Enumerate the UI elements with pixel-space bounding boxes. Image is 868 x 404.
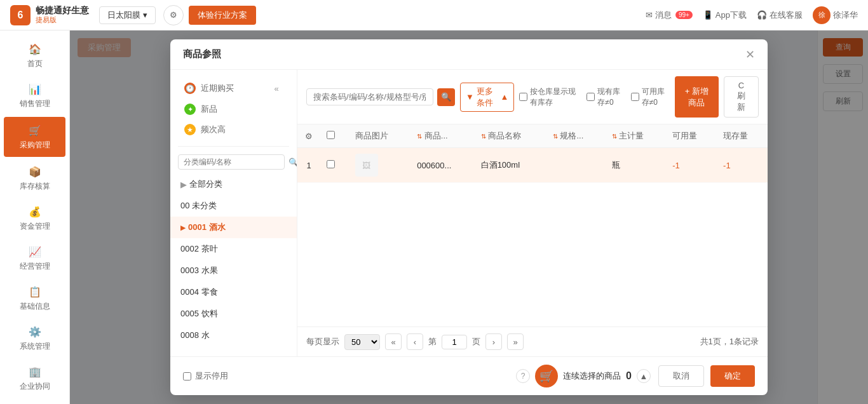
chevron-down-icon: ▾ bbox=[143, 10, 147, 20]
arrow-icon-0001: ▶ bbox=[180, 224, 186, 231]
logo-text: 畅捷通好生意 bbox=[36, 5, 89, 16]
sidebar-item-enterprise[interactable]: 🏢 企业协同 bbox=[0, 358, 69, 398]
last-page-btn[interactable]: » bbox=[507, 333, 524, 350]
sidebar-item-newbie[interactable]: 🎯 新手引导 bbox=[0, 398, 69, 404]
cat-item-all[interactable]: ▶ 全部分类 bbox=[170, 173, 297, 195]
cat-item-0008[interactable]: 0008 水 bbox=[170, 325, 297, 346]
next-page-btn[interactable]: › bbox=[485, 333, 502, 350]
top-navigation: 6 畅捷通好生意 捷易版 日太阳膜 ▾ ⚙ 体验行业方案 ✉ 消息 99+ 📱 … bbox=[0, 0, 868, 30]
th-unit[interactable]: ⇅ 主计量 bbox=[606, 125, 667, 148]
cell-name: 白酒100ml bbox=[475, 148, 546, 183]
checkbox-stock-neq0[interactable]: 现有库存≠0 bbox=[587, 86, 625, 108]
cell-code: 000600... bbox=[410, 148, 474, 183]
more-filter-btn[interactable]: ▼ 更多条件 ▲ bbox=[460, 83, 514, 112]
quick-items: 🕐 近期购买 « ✦ 新品 ★ 频次高 bbox=[170, 75, 297, 142]
main-layout: 🏠 首页 📊 销售管理 🛒 采购管理 📦 库存核算 💰 资金管理 📈 经营管理 … bbox=[0, 30, 868, 404]
message-icon: ✉ bbox=[646, 10, 653, 20]
select-all-checkbox[interactable] bbox=[327, 131, 335, 139]
online-service-btn[interactable]: 🎧 在线客服 bbox=[757, 10, 803, 21]
cell-checkbox[interactable] bbox=[320, 148, 349, 183]
phone-icon: 📱 bbox=[703, 10, 713, 20]
home-icon: 🏠 bbox=[28, 42, 42, 56]
first-page-btn[interactable]: « bbox=[385, 333, 402, 350]
th-spec[interactable]: ⇅ 规格... bbox=[546, 125, 606, 148]
cat-item-0001[interactable]: ▶ 0001 酒水 bbox=[170, 217, 297, 238]
row-checkbox[interactable] bbox=[327, 160, 335, 168]
table-row[interactable]: 1 🖼 000600... 白酒100ml bbox=[297, 148, 768, 183]
app-download-btn[interactable]: 📱 App下载 bbox=[703, 10, 747, 21]
user-area[interactable]: 徐 徐泽华 bbox=[813, 6, 858, 24]
show-disabled-checkbox[interactable]: 显示停用 bbox=[183, 370, 228, 382]
sidebar-item-purchase[interactable]: 🛒 采购管理 bbox=[4, 117, 65, 157]
cat-item-0003[interactable]: 0003 水果 bbox=[170, 260, 297, 281]
quick-recent[interactable]: 🕐 近期购买 « bbox=[178, 77, 289, 99]
sidebar-item-finance[interactable]: 💰 资金管理 bbox=[0, 198, 69, 238]
product-search-btn[interactable]: 🔍 bbox=[437, 88, 455, 106]
cart-collapse-btn[interactable]: ▲ bbox=[637, 369, 651, 383]
modal-close-btn[interactable]: ✕ bbox=[745, 49, 755, 60]
category-search: 🔍 bbox=[170, 151, 297, 173]
footer-actions: 取消 确定 bbox=[658, 365, 755, 387]
cancel-btn[interactable]: 取消 bbox=[658, 365, 704, 387]
search-icon: 🔍 bbox=[441, 92, 451, 102]
quick-new[interactable]: ✦ 新品 bbox=[178, 99, 289, 119]
cat-item-00[interactable]: 00 未分类 bbox=[170, 195, 297, 217]
sales-icon: 📊 bbox=[28, 82, 42, 96]
sidebar-item-sales[interactable]: 📊 销售管理 bbox=[0, 76, 69, 116]
cat-item-0010[interactable]: 0010 家电 bbox=[170, 346, 297, 351]
quick-frequent[interactable]: ★ 频次高 bbox=[178, 119, 289, 140]
th-settings[interactable]: ⚙ bbox=[297, 125, 320, 148]
category-search-input[interactable] bbox=[178, 154, 285, 170]
product-image: 🖼 bbox=[355, 154, 378, 177]
page-label: 第 bbox=[428, 336, 437, 347]
cart-btn[interactable]: 🛒 bbox=[535, 365, 558, 387]
per-page-select[interactable]: 50 100 200 bbox=[344, 334, 380, 350]
pagination-bar: 每页显示 50 100 200 « ‹ 第 页 › bbox=[297, 327, 768, 356]
inventory-icon: 📦 bbox=[28, 165, 42, 178]
settings-icon[interactable]: ⚙ bbox=[163, 5, 184, 25]
th-checkbox[interactable] bbox=[320, 125, 349, 148]
message-btn[interactable]: ✉ 消息 99+ bbox=[646, 10, 693, 21]
image-placeholder-icon: 🖼 bbox=[362, 161, 370, 170]
base-icon: 📋 bbox=[28, 285, 42, 299]
sidebar-item-operation[interactable]: 📈 经营管理 bbox=[0, 238, 69, 278]
help-icon[interactable]: ? bbox=[516, 369, 530, 383]
checkbox-available-neq0[interactable]: 可用库存≠0 bbox=[631, 86, 670, 108]
finance-icon: 💰 bbox=[28, 205, 42, 219]
sidebar-item-base[interactable]: 📋 基础信息 bbox=[0, 278, 69, 318]
cart-label: 连续选择的商品 bbox=[563, 370, 621, 382]
page-input[interactable] bbox=[442, 335, 467, 349]
th-code[interactable]: ⇅ 商品... bbox=[410, 125, 474, 148]
message-badge: 99+ bbox=[675, 11, 693, 19]
avatar: 徐 bbox=[813, 6, 831, 24]
refresh-btn[interactable]: C 刷新 bbox=[724, 76, 759, 118]
product-search-input[interactable] bbox=[306, 88, 433, 105]
checkbox-available-neq0-input[interactable] bbox=[631, 93, 639, 101]
sidebar-item-inventory[interactable]: 📦 库存核算 bbox=[0, 158, 69, 198]
left-panel: 🕐 近期购买 « ✦ 新品 ★ 频次高 bbox=[170, 70, 297, 356]
sort-icon-code: ⇅ bbox=[417, 133, 422, 140]
cat-item-0004[interactable]: 0004 零食 bbox=[170, 281, 297, 303]
sidebar-item-home[interactable]: 🏠 首页 bbox=[0, 36, 69, 76]
checkbox-warehouse-input[interactable] bbox=[519, 93, 527, 101]
category-search-icon[interactable]: 🔍 bbox=[288, 158, 297, 167]
nav-right: ✉ 消息 99+ 📱 App下载 🎧 在线客服 徐 徐泽华 bbox=[646, 6, 858, 24]
checkbox-warehouse[interactable]: 按仓库显示现有库存 bbox=[519, 86, 581, 108]
checkbox-stock-neq0-input[interactable] bbox=[587, 93, 595, 101]
confirm-btn[interactable]: 确定 bbox=[710, 365, 755, 387]
show-disabled-input[interactable] bbox=[183, 372, 191, 380]
th-name[interactable]: ⇅ 商品名称 bbox=[475, 125, 546, 148]
add-product-btn[interactable]: + 新增商品 bbox=[675, 76, 719, 118]
store-selector[interactable]: 日太阳膜 ▾ bbox=[99, 6, 156, 24]
page-suffix: 页 bbox=[472, 336, 480, 347]
cell-available: -1 bbox=[666, 148, 717, 183]
sidebar-item-system[interactable]: ⚙️ 系统管理 bbox=[0, 318, 69, 358]
collapse-btn[interactable]: « bbox=[270, 82, 283, 95]
cart-count: 0 bbox=[626, 370, 632, 382]
content-area: 采购管理 查询 设置 刷新 商品参照 ✕ bbox=[70, 30, 868, 404]
cat-item-0002[interactable]: 0002 茶叶 bbox=[170, 238, 297, 260]
cat-item-0005[interactable]: 0005 饮料 bbox=[170, 303, 297, 325]
filter-bar: 🔍 ▼ 更多条件 ▲ 按仓库显示现有库存 bbox=[297, 70, 768, 125]
experience-btn[interactable]: 体验行业方案 bbox=[189, 6, 256, 25]
prev-page-btn[interactable]: ‹ bbox=[407, 333, 423, 350]
